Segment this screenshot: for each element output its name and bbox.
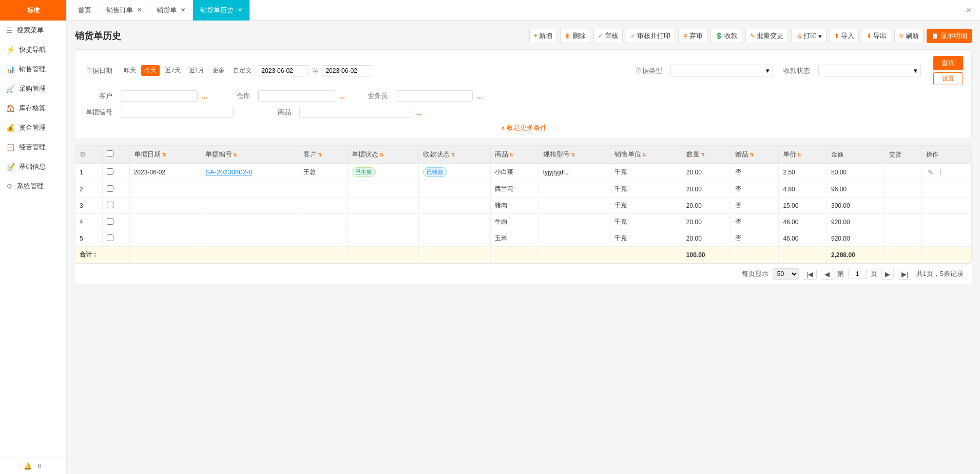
edit-action-icon[interactable]: ✎ (926, 168, 935, 176)
collapse-button[interactable]: ∧ 收起更多条件 (501, 123, 547, 132)
audit-print-button[interactable]: ✓ 审核并打印 (626, 29, 675, 43)
more-action-icon[interactable]: ⋮ (935, 168, 946, 176)
gear-settings-icon[interactable]: ⚙ (80, 150, 86, 159)
query-button[interactable]: 查询 (933, 56, 963, 70)
select-all-checkbox[interactable] (107, 150, 113, 157)
tab-sales-order[interactable]: 销售订单 ✕ (99, 0, 149, 21)
row-action[interactable] (922, 181, 971, 198)
date-from-input[interactable] (258, 65, 309, 76)
prev-page-button[interactable]: ◀ (821, 269, 833, 280)
row-checkbox[interactable] (102, 181, 129, 198)
sidebar-item-quick-nav[interactable]: ⚡ 快捷导航 (0, 40, 66, 60)
collapse-label: 收起更多条件 (507, 123, 547, 132)
doc-no-input[interactable] (121, 107, 234, 118)
staff-input[interactable] (396, 90, 473, 102)
sidebar-item-search-menu[interactable]: ☰ 搜索菜单 (0, 21, 66, 40)
notification-icon[interactable]: 🔔 (24, 462, 32, 470)
row-doc-no[interactable] (201, 198, 299, 214)
row-checkbox[interactable] (102, 214, 129, 230)
warehouse-input[interactable] (258, 90, 335, 102)
shortcut-7days[interactable]: 近7天 (162, 65, 184, 76)
row-doc-no[interactable] (201, 214, 299, 230)
col-customer[interactable]: 客户⇅ (299, 146, 348, 164)
col-pay-status[interactable]: 收款状态⇅ (419, 146, 491, 164)
import-button[interactable]: ⬆ 导入 (830, 29, 859, 43)
customer-ellipsis[interactable]: ... (200, 92, 209, 100)
col-spec[interactable]: 规格型号⇅ (539, 146, 610, 164)
row-action[interactable]: ✎⋮ (922, 164, 971, 181)
row-doc-no[interactable] (201, 181, 299, 198)
sidebar-item-inventory[interactable]: 🏠 库存核算 (0, 98, 66, 118)
row-doc-no[interactable] (201, 230, 299, 247)
batch-change-button[interactable]: ✎ 批量变更 (745, 29, 788, 43)
row-doc-no[interactable]: SA-20230602-0 (201, 164, 299, 181)
col-doc-no[interactable]: 单据编号⇅ (201, 146, 299, 164)
collect-button[interactable]: 💲 收款 (710, 29, 742, 43)
tab-sales-history[interactable]: 销货单历史 ✕ (193, 0, 250, 21)
row-select-checkbox[interactable] (107, 185, 113, 192)
sidebar-item-sales-mgmt[interactable]: 📊 销售管理 (0, 60, 66, 79)
col-doc-status[interactable]: 单据状态⇅ (347, 146, 419, 164)
delete-button[interactable]: 🗑 删除 (560, 29, 590, 43)
row-checkbox[interactable] (102, 198, 129, 214)
sidebar-item-basic-info[interactable]: 📝 基础信息 (0, 157, 66, 176)
tab-sales-goods[interactable]: 销货单 ✕ (149, 0, 193, 21)
first-page-button[interactable]: |◀ (803, 269, 817, 280)
row-action[interactable] (922, 198, 971, 214)
next-page-button[interactable]: ▶ (881, 269, 894, 280)
tab-home[interactable]: 首页 (71, 0, 99, 21)
col-gear[interactable]: ⚙ (75, 146, 102, 164)
row-select-checkbox[interactable] (107, 202, 113, 208)
refresh-button[interactable]: ↻ 刷新 (894, 29, 924, 43)
row-select-checkbox[interactable] (107, 234, 113, 241)
doc-no-link[interactable]: SA-20230602-0 (205, 168, 252, 176)
tab-close-sales-goods[interactable]: ✕ (181, 7, 185, 13)
last-page-button[interactable]: ▶| (898, 269, 912, 280)
col-doc-date[interactable]: 单据日期⇅ (129, 146, 201, 164)
row-select-checkbox[interactable] (107, 218, 113, 225)
pay-status-select[interactable]: ▾ (818, 65, 921, 76)
export-button[interactable]: ⬇ 导出 (862, 29, 891, 43)
sidebar-item-finance[interactable]: 💰 资金管理 (0, 118, 66, 137)
col-checkbox[interactable] (102, 146, 129, 164)
summary-empty-3 (299, 247, 348, 263)
shortcut-1month[interactable]: 近1月 (186, 65, 208, 76)
close-all-tabs-button[interactable]: ✕ (962, 6, 976, 14)
shortcut-more[interactable]: 更多 (209, 65, 228, 76)
col-unit[interactable]: 销售单位⇅ (610, 146, 682, 164)
sidebar-item-ops-mgmt[interactable]: 📋 经营管理 (0, 137, 66, 157)
row-action[interactable] (922, 230, 971, 247)
tab-close-sales-order[interactable]: ✕ (137, 7, 142, 13)
goods-input[interactable] (299, 107, 412, 118)
row-checkbox[interactable] (102, 164, 129, 181)
shortcut-custom[interactable]: 自定义 (230, 65, 255, 76)
row-action[interactable] (922, 214, 971, 230)
show-detail-button[interactable]: 📋 显示明细 (927, 29, 972, 43)
staff-ellipsis[interactable]: ... (475, 92, 485, 100)
col-price[interactable]: 单价⇅ (779, 146, 827, 164)
abandon-button[interactable]: ✕ 弃审 (678, 29, 707, 43)
col-qty[interactable]: 数量⇅ (682, 146, 731, 164)
set-button[interactable]: 设置 (933, 72, 963, 85)
row-select-checkbox[interactable] (107, 168, 113, 175)
date-to-input[interactable] (322, 65, 373, 76)
current-page-input[interactable] (848, 269, 867, 279)
sidebar-item-purchase-mgmt[interactable]: 🛒 采购管理 (0, 79, 66, 98)
tab-close-sales-history[interactable]: ✕ (238, 7, 242, 13)
shortcut-today[interactable]: 今天 (141, 65, 160, 76)
pause-icon[interactable]: ⏸ (36, 462, 43, 470)
goods-ellipsis[interactable]: ... (414, 109, 424, 116)
shortcut-yesterday[interactable]: 昨天 (121, 65, 139, 76)
per-page-select[interactable]: 50 100 200 (773, 268, 799, 280)
warehouse-ellipsis[interactable]: ... (337, 92, 347, 100)
inventory-icon: 🏠 (6, 104, 15, 112)
doc-type-select[interactable]: ▾ (670, 65, 773, 76)
customer-input[interactable] (121, 90, 198, 102)
sidebar-item-sys-mgmt[interactable]: ⚙ 系统管理 (0, 176, 66, 196)
audit-button[interactable]: ✓ 审核 (593, 29, 623, 43)
col-gift[interactable]: 赠品⇅ (731, 146, 779, 164)
new-button[interactable]: + 新增 (529, 29, 557, 43)
row-checkbox[interactable] (102, 230, 129, 247)
col-goods[interactable]: 商品⇅ (491, 146, 539, 164)
print-button[interactable]: 🖨 打印 ▾ (791, 29, 827, 43)
